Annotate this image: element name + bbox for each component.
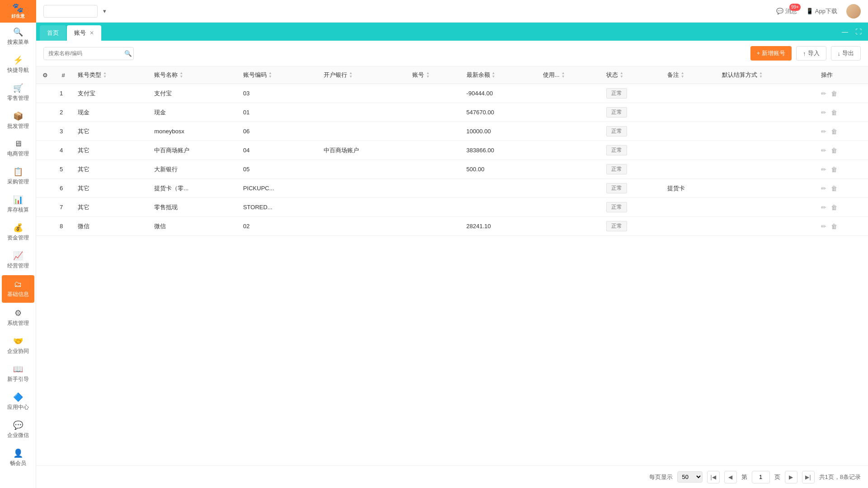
prev-page-button[interactable]: ◀: [724, 471, 737, 483]
account-search-button[interactable]: 🔍: [121, 47, 134, 60]
col-settings[interactable]: ⚙: [36, 66, 54, 84]
app-download-button[interactable]: 📱 App下载: [806, 7, 837, 15]
delete-icon[interactable]: 🗑: [831, 185, 837, 192]
sidebar-item-label: 电商管理: [7, 150, 29, 158]
col-code[interactable]: 账号编码 ▲▼: [238, 66, 318, 84]
row-action: ✏ 🗑: [816, 141, 868, 160]
delete-icon[interactable]: 🗑: [831, 166, 837, 173]
col-balance[interactable]: 最新余额 ▲▼: [461, 66, 538, 84]
row-num: 7: [54, 198, 72, 217]
row-code: PICKUPC...: [238, 179, 318, 198]
edit-icon[interactable]: ✏: [821, 204, 826, 211]
sidebar-item-appcenter[interactable]: 🔷 应用中心: [0, 388, 36, 416]
logo-text: 好生意: [11, 13, 25, 19]
delete-icon[interactable]: 🗑: [831, 109, 837, 116]
row-num: 3: [54, 122, 72, 141]
sort-arrows: ▲▼: [561, 71, 565, 79]
col-type[interactable]: 账号类型 ▲▼: [72, 66, 149, 84]
topbar-dropdown[interactable]: ▾: [103, 8, 106, 14]
minimize-button[interactable]: —: [839, 26, 851, 38]
main-area: ▾ 💬 消息 99+ 📱 App下载 首页 账号 ✕: [36, 0, 868, 488]
account-search-input[interactable]: [44, 47, 121, 59]
sidebar-item-operations[interactable]: 📈 经营管理: [0, 246, 36, 274]
col-account[interactable]: 账号 ▲▼: [407, 66, 461, 84]
row-balance: 383866.00: [461, 141, 538, 160]
topbar-search-input[interactable]: [43, 5, 98, 18]
sidebar-item-label: 企业微信: [7, 432, 29, 439]
row-remark: [662, 122, 717, 141]
page-size-select[interactable]: 50 10 20 100: [677, 471, 703, 483]
user-avatar[interactable]: [846, 4, 861, 19]
sidebar-item-ecommerce[interactable]: 🖥 电商管理: [0, 135, 36, 162]
delete-icon[interactable]: 🗑: [831, 147, 837, 154]
page-number-input[interactable]: [752, 471, 770, 483]
pagination-total: 共1页，8条记录: [819, 473, 861, 481]
edit-icon[interactable]: ✏: [821, 128, 826, 135]
add-account-button[interactable]: + 新增账号: [750, 46, 792, 61]
message-badge: 99+: [789, 4, 801, 11]
first-page-button[interactable]: |◀: [707, 471, 720, 483]
import-label: 导入: [808, 49, 820, 57]
col-usage[interactable]: 使用... ▲▼: [538, 66, 601, 84]
sidebar-item-search[interactable]: 🔍 搜索菜单: [0, 23, 36, 51]
tab-account[interactable]: 账号 ✕: [67, 25, 101, 41]
next-page-button[interactable]: ▶: [785, 471, 797, 483]
agreement-icon: 🤝: [13, 336, 23, 346]
sidebar-item-purchase[interactable]: 📋 采购管理: [0, 162, 36, 190]
import-button[interactable]: ↑ 导入: [796, 46, 826, 61]
row-code: 06: [238, 122, 318, 141]
row-remark: [662, 217, 717, 236]
last-page-button[interactable]: ▶|: [802, 471, 815, 483]
tab-close-icon[interactable]: ✕: [90, 30, 94, 36]
sidebar-item-inventory[interactable]: 📊 库存核算: [0, 190, 36, 218]
row-bank: [318, 179, 407, 198]
delete-icon[interactable]: 🗑: [831, 223, 837, 230]
sidebar-item-system[interactable]: ⚙ 系统管理: [0, 304, 36, 332]
col-status[interactable]: 状态 ▲▼: [601, 66, 662, 84]
edit-icon[interactable]: ✏: [821, 223, 826, 230]
delete-icon[interactable]: 🗑: [831, 128, 837, 135]
app-logo: 🐾 好生意: [0, 0, 36, 23]
edit-icon[interactable]: ✏: [821, 185, 826, 192]
row-status: 正常: [601, 217, 662, 236]
col-bank[interactable]: 开户银行 ▲▼: [318, 66, 407, 84]
row-action: ✏ 🗑: [816, 103, 868, 122]
maximize-button[interactable]: ⛶: [853, 26, 864, 38]
row-bank: 中百商场账户: [318, 141, 407, 160]
sidebar-item-guide[interactable]: 📖 新手引导: [0, 360, 36, 388]
col-remark-label: 备注: [667, 71, 679, 79]
row-settlement: [717, 198, 816, 217]
sidebar-item-shortcut[interactable]: ⚡ 快捷导航: [0, 51, 36, 79]
edit-icon[interactable]: ✏: [821, 166, 826, 173]
status-badge: 正常: [606, 164, 627, 174]
edit-icon[interactable]: ✏: [821, 109, 826, 116]
status-badge: 正常: [606, 221, 627, 231]
row-settlement: [717, 179, 816, 198]
sidebar-item-finance[interactable]: 💰 资金管理: [0, 218, 36, 246]
message-button[interactable]: 💬 消息 99+: [776, 7, 797, 15]
sidebar-item-wholesale[interactable]: 📦 批发管理: [0, 107, 36, 135]
sidebar-item-retail[interactable]: 🛒 零售管理: [0, 79, 36, 107]
table-body: 1 支付宝 支付宝 03 -90444.00 正常 ✏ 🗑 2 现金 现金 01: [36, 84, 868, 236]
sidebar-item-wechat[interactable]: 💬 企业微信: [0, 416, 36, 444]
status-badge: 正常: [606, 88, 627, 99]
row-settlement: [717, 160, 816, 179]
sidebar-item-member[interactable]: 👤 畅会员: [0, 444, 36, 472]
export-button[interactable]: ↓ 导出: [831, 46, 861, 61]
row-remark: [662, 141, 717, 160]
tab-home[interactable]: 首页: [40, 25, 66, 41]
col-settlement[interactable]: 默认结算方式 ▲▼: [717, 66, 816, 84]
col-status-label: 状态: [606, 71, 618, 79]
row-status: 正常: [601, 141, 662, 160]
col-name[interactable]: 账号名称 ▲▼: [149, 66, 237, 84]
sidebar-item-agreement[interactable]: 🤝 企业协同: [0, 332, 36, 360]
edit-icon[interactable]: ✏: [821, 147, 826, 154]
page-suffix: 页: [774, 473, 780, 481]
row-remark: [662, 160, 717, 179]
delete-icon[interactable]: 🗑: [831, 204, 837, 211]
sidebar-item-basic[interactable]: 🗂 基础信息: [2, 275, 34, 303]
delete-icon[interactable]: 🗑: [831, 90, 837, 97]
content-header: 🔍 + 新增账号 ↑ 导入 ↓ 导出: [36, 41, 868, 66]
edit-icon[interactable]: ✏: [821, 90, 826, 97]
col-remark[interactable]: 备注 ▲▼: [662, 66, 717, 84]
